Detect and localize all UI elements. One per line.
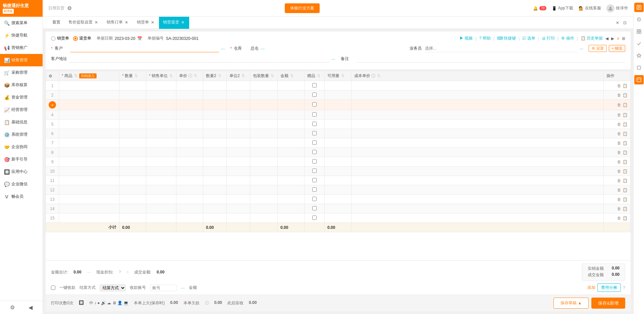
salesunit-sort-icon[interactable]: ⇅ xyxy=(169,73,173,78)
cost-price-info-icon[interactable]: ⓘ xyxy=(371,73,375,78)
product-input-3[interactable] xyxy=(62,103,116,107)
tab-close-sales-order[interactable]: ✕ xyxy=(124,20,129,25)
copy-icon-11[interactable]: 📋 xyxy=(623,178,628,183)
right-panel-item-1[interactable] xyxy=(634,3,644,12)
tab-close-sales-delivery[interactable]: ✕ xyxy=(150,20,155,25)
gift-checkbox-2[interactable] xyxy=(312,92,317,97)
delete-icon-3[interactable]: 🗑 xyxy=(617,103,621,107)
save-new-button[interactable]: 保存&新增 xyxy=(591,298,625,309)
remark-input[interactable] xyxy=(356,55,625,63)
single-debt-info-icon[interactable]: ⓘ xyxy=(205,300,209,306)
radio-sales-return[interactable]: 退货单 xyxy=(73,36,91,41)
product-cell-1[interactable] xyxy=(59,81,119,90)
tab-price-setting[interactable]: 售价提取设置 ✕ xyxy=(64,17,103,29)
copy-icon-14[interactable]: 📋 xyxy=(623,206,628,211)
sidebar-item-shortcut[interactable]: ⚡ 快捷导航 xyxy=(0,29,43,42)
sidebar-item-marketing[interactable]: 📢 营销推广 xyxy=(0,42,43,54)
copy-icon-8[interactable]: 📋 xyxy=(623,150,628,155)
amount-cell-3[interactable] xyxy=(278,100,305,110)
tab-sales-delivery[interactable]: 销货单 ✕ xyxy=(133,17,159,29)
right-panel-item-3[interactable] xyxy=(634,27,644,36)
customer-input[interactable] xyxy=(70,45,219,52)
settings-button[interactable]: ⚙ 设置 xyxy=(589,45,606,52)
gift-sort-icon[interactable]: ⇅ xyxy=(317,73,320,78)
copy-icon-13[interactable]: 📋 xyxy=(623,197,628,202)
tab-sales-order[interactable]: 销售订单 ✕ xyxy=(103,17,133,29)
sidebar-item-enterprise[interactable]: 🤝 企业协同 xyxy=(0,141,43,153)
split-help-icon[interactable]: ? xyxy=(623,286,625,290)
doc-action-print[interactable]: 🖨 打印 xyxy=(542,36,555,41)
logistics-button[interactable]: + 物流 xyxy=(609,45,625,52)
delete-icon-14[interactable]: 🗑 xyxy=(617,206,621,211)
salesperson-select-btn[interactable]: ··· xyxy=(580,46,584,51)
pack-qty-cell-3[interactable] xyxy=(250,100,278,110)
qty2-cell-3[interactable] xyxy=(203,100,227,110)
delete-icon-2[interactable]: 🗑 xyxy=(617,93,621,98)
cost-price-cell-1[interactable] xyxy=(352,81,604,90)
close-tab-icon[interactable]: ✕ xyxy=(614,20,621,25)
product-cell-3[interactable] xyxy=(59,100,119,110)
delete-icon-6[interactable]: 🗑 xyxy=(617,131,621,136)
sidebar-item-operations[interactable]: 📈 经营管理 xyxy=(0,104,43,116)
sidebar-item-sales[interactable]: 📊 销售管理 xyxy=(0,54,43,66)
tab-sales-return[interactable]: 销货退货 ✕ xyxy=(159,17,189,29)
pack-qty-cell-2[interactable] xyxy=(250,90,278,100)
unit2-cell-3[interactable] xyxy=(227,100,250,110)
sidebar-item-apps[interactable]: 🔲 应用中心 xyxy=(0,166,43,178)
copy-icon-9[interactable]: 📋 xyxy=(623,160,628,164)
copy-icon-1[interactable]: 📋 xyxy=(623,83,628,88)
one-click-payment-checkbox[interactable] xyxy=(51,286,55,290)
chevron-up-icon[interactable]: ▲ xyxy=(578,301,582,305)
costprice-sort-icon[interactable]: ⇅ xyxy=(377,73,380,78)
sidebar-item-search[interactable]: 🔍 搜索菜单 xyxy=(0,17,43,29)
sidebar-item-inventory[interactable]: 📦 库存核算 xyxy=(0,79,43,91)
doc-action-operate[interactable]: ⚙ 操作 xyxy=(561,36,574,41)
next-record-icon[interactable]: ▶ xyxy=(611,36,614,41)
calc-method-select[interactable]: 结算方式 xyxy=(100,284,126,292)
delete-icon-5[interactable]: 🗑 xyxy=(617,122,621,127)
gift-checkbox-1[interactable] xyxy=(312,83,317,87)
qty-cell-1[interactable] xyxy=(119,81,146,90)
app-download-item[interactable]: 📱 App下载 xyxy=(552,5,573,11)
right-panel-item-5[interactable] xyxy=(634,51,644,60)
amount-cell-2[interactable] xyxy=(278,90,305,100)
copy-icon-10[interactable]: 📋 xyxy=(623,169,628,174)
calendar-icon[interactable]: 📅 xyxy=(137,36,142,41)
right-panel-item-4[interactable] xyxy=(634,39,644,48)
split-fees-btn[interactable]: 费用分摊 xyxy=(597,284,621,292)
delete-icon-7[interactable]: 🗑 xyxy=(617,141,621,145)
list-view-icon[interactable]: ≡ xyxy=(617,36,619,41)
pack-qty-cell-1[interactable] xyxy=(250,81,278,90)
user-profile-item[interactable]: 徐泽华 xyxy=(606,4,628,12)
amount-cell-1[interactable] xyxy=(278,81,305,90)
sales-unit-cell-1[interactable] xyxy=(146,81,176,90)
qty2-cell-2[interactable] xyxy=(203,90,227,100)
prev-record-icon[interactable]: ◀ xyxy=(605,36,608,41)
right-panel-item-2[interactable] xyxy=(634,15,644,24)
doc-action-video[interactable]: ▶ 视频 xyxy=(460,36,473,41)
copy-icon-12[interactable]: 📋 xyxy=(623,188,628,192)
delete-icon-15[interactable]: 🗑 xyxy=(617,216,621,221)
scan-btn[interactable]: 扫码录入 xyxy=(79,73,97,78)
unit2-cell-1[interactable] xyxy=(227,81,250,90)
copy-icon-6[interactable]: 📋 xyxy=(623,131,628,136)
sidebar-collapse-icon[interactable]: ◀ xyxy=(29,304,33,311)
sidebar-item-finance[interactable]: 💰 资金管理 xyxy=(0,91,43,104)
delete-icon-4[interactable]: 🗑 xyxy=(617,113,621,117)
gift-checkbox-3[interactable] xyxy=(312,102,317,107)
address-select-btn[interactable]: ··· xyxy=(331,56,335,62)
doc-action-shortcuts[interactable]: ⌨ 快捷键 xyxy=(497,36,516,41)
delete-icon-8[interactable]: 🗑 xyxy=(617,150,621,155)
avail-sort-icon[interactable]: ⇅ xyxy=(341,73,344,78)
qty2-sort-icon[interactable]: ⇅ xyxy=(218,73,221,78)
available-cell-3[interactable] xyxy=(325,100,352,110)
tab-close-price-setting[interactable]: ✕ xyxy=(94,20,99,25)
delete-icon-11[interactable]: 🗑 xyxy=(617,178,621,183)
doc-action-help[interactable]: ? 帮助 xyxy=(479,36,491,41)
tab-close-sales-return[interactable]: ✕ xyxy=(180,20,185,25)
sales-unit-cell-3[interactable] xyxy=(146,100,176,110)
uprice-sort-icon[interactable]: ⇅ xyxy=(194,73,197,78)
copy-icon-2[interactable]: 📋 xyxy=(623,93,628,98)
delete-icon-12[interactable]: 🗑 xyxy=(617,188,621,192)
sort-icon[interactable]: ⇅ xyxy=(74,73,77,78)
